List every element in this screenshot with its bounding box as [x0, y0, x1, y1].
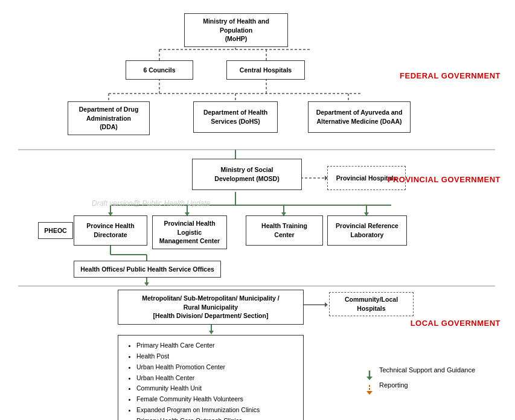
phlmc-label: Provincial Health Logistic Management Ce…: [158, 219, 222, 246]
health-offices-label: Health Offices/ Public Health Service Of…: [80, 265, 214, 274]
prl-label: Provincial Reference Laboratory: [336, 221, 398, 239]
svg-marker-40: [366, 391, 373, 395]
central-hospitals-label: Central Hospitals: [240, 66, 292, 75]
pheoc-label: PHEOC: [44, 226, 66, 235]
dohs-box: Department of Health Services (DoHS): [193, 101, 278, 133]
diagram-container: Ministry of Health and Population (MoHP)…: [0, 0, 515, 420]
community-hospitals-box: Community/Local Hospitals: [329, 292, 414, 316]
htc-box: Health Training Center: [246, 215, 323, 246]
svg-marker-31: [144, 282, 149, 286]
dohs-label: Department of Health Services (DoHS): [203, 108, 267, 126]
htc-label: Health Training Center: [261, 221, 307, 239]
svg-marker-36: [325, 302, 328, 307]
mosd-box: Ministry of Social Development (MOSD): [192, 159, 302, 190]
list-item: Urban Health Center: [136, 373, 297, 384]
doaa-label: Department of Ayurveda and Alternative M…: [316, 108, 403, 126]
list-item: Female Community Health Volunteers: [136, 394, 297, 405]
dda-box: Department of Drug Administration (DDA): [68, 101, 150, 135]
list-item: Health Post: [136, 351, 297, 362]
local-label: LOCAL GOVERNMENT: [411, 319, 501, 328]
central-hospitals-box: Central Hospitals: [226, 60, 305, 80]
legend-reporting-label: Reporting: [379, 381, 408, 389]
mosd-label: Ministry of Social Development (MOSD): [214, 165, 279, 183]
health-offices-box: Health Offices/ Public Health Service Of…: [74, 261, 221, 278]
list-item: Primary Health Care Outreach Clinics: [136, 416, 297, 420]
list-item: Primary Health Care Center: [136, 340, 297, 351]
municipality-label: Metropolitan/ Sub-Metropolitan/ Municipa…: [142, 294, 280, 320]
provincial-label: PROVINCIAL GOVERNMENT: [388, 175, 501, 184]
doaa-box: Department of Ayurveda and Alternative M…: [308, 101, 411, 133]
pheoc-box: PHEOC: [38, 222, 73, 239]
list-item: Expanded Program on Immunization Clinics: [136, 405, 297, 416]
legend-support-label: Technical Support and Guidance: [379, 366, 475, 374]
mohp-label: Ministry of Health and Population (MoHP): [190, 17, 283, 43]
phd-box: Province Health Directorate: [74, 215, 147, 246]
svg-marker-34: [209, 331, 214, 334]
councils-box: 6 Councils: [126, 60, 193, 80]
phd-label: Province Health Directorate: [86, 221, 134, 239]
draft-watermark: Draft version@ Public Health Update: [92, 199, 210, 208]
legend-support: Technical Support and Guidance: [379, 366, 475, 374]
phlmc-box: Provincial Health Logistic Management Ce…: [152, 215, 227, 249]
municipality-box: Metropolitan/ Sub-Metropolitan/ Municipa…: [118, 290, 304, 325]
list-item: Urban Health Promotion Center: [136, 362, 297, 373]
health-units-list-box: Primary Health Care Center Health Post U…: [118, 335, 304, 420]
svg-marker-38: [366, 377, 373, 380]
councils-label: 6 Councils: [143, 66, 175, 75]
list-item: Community Health Unit: [136, 383, 297, 394]
prl-box: Provincial Reference Laboratory: [327, 215, 407, 246]
federal-label: FEDERAL GOVERNMENT: [400, 71, 501, 80]
mohp-box: Ministry of Health and Population (MoHP): [184, 13, 288, 47]
health-units-list: Primary Health Care Center Health Post U…: [130, 340, 297, 420]
community-hospitals-label: Community/Local Hospitals: [334, 295, 408, 313]
dda-label: Department of Drug Administration (DDA): [79, 105, 139, 132]
legend-reporting: Reporting: [379, 381, 408, 389]
